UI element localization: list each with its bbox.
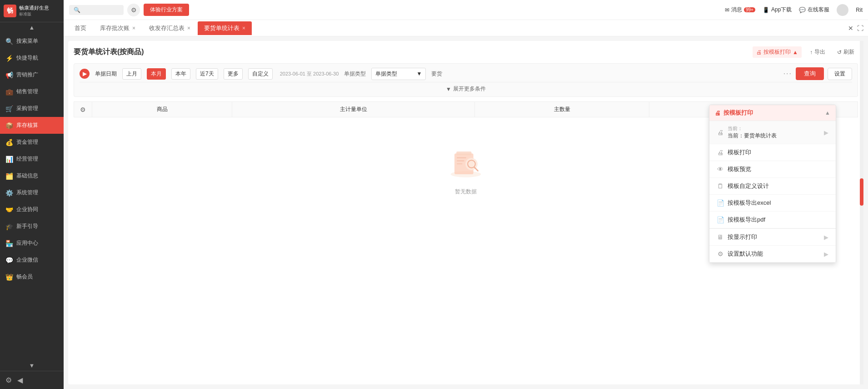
sidebar-item-label: 资金管理 <box>16 138 38 146</box>
dropdown-current-template[interactable]: 🖨 当前： 当前：要货单统计表 ▶ <box>709 121 836 144</box>
display-print-chevron: ▶ <box>824 234 828 241</box>
more-options-button[interactable]: ··· <box>783 70 792 78</box>
sidebar-item-sales[interactable]: 💼 销售管理 <box>0 83 64 100</box>
date-more-button[interactable]: 更多 <box>224 68 243 80</box>
marketing-icon: 📢 <box>5 71 13 79</box>
date-last-month-button[interactable]: 上月 <box>122 68 141 80</box>
tab-batch-account[interactable]: 库存批次账 × <box>94 21 142 35</box>
window-maximize-icon[interactable]: ⛶ <box>857 25 863 32</box>
dropdown-set-default[interactable]: ⚙ 设置默认功能 ▶ <box>709 246 836 263</box>
expand-icon: ▼ <box>446 86 451 92</box>
industry-solution-button[interactable]: 体验行业方案 <box>144 4 189 16</box>
tab-order-stats[interactable]: 要货单统计表 × <box>198 21 252 35</box>
download-icon: 📱 <box>763 7 769 13</box>
main-area: 🔍 ⚙ 体验行业方案 ✉ 消息 99+ 📱 App下载 💬 在线客服 Rit <box>64 0 868 389</box>
newbie-icon: 🎓 <box>5 223 13 230</box>
dropdown-close-chevron[interactable]: ▲ <box>825 110 830 116</box>
settings-button[interactable]: 设置 <box>828 68 852 80</box>
empty-state-text: 暂无数据 <box>455 188 477 196</box>
dropdown-template-custom[interactable]: 🗒 模板自定义设计 <box>709 178 836 195</box>
tab-window-controls: ✕ ⛶ <box>848 25 863 32</box>
table-header-quantity: 主数量 <box>475 102 649 117</box>
sidebar-footer: ⚙ ◀ <box>0 371 64 389</box>
service-icon: 💬 <box>799 7 806 13</box>
tab-order-stats-close[interactable]: × <box>242 25 245 31</box>
sidebar-item-purchase[interactable]: 🛒 采购管理 <box>0 100 64 117</box>
tab-receipt-summary-close[interactable]: × <box>187 25 190 31</box>
refresh-button[interactable]: ↺ 刷新 <box>833 46 858 58</box>
sidebar-item-basics[interactable]: 🗂️ 基础信息 <box>0 167 64 184</box>
date-this-month-button[interactable]: 本月 <box>147 68 166 80</box>
export-button[interactable]: ↑ 导出 <box>806 46 829 58</box>
display-print-icon: 🖥 <box>717 233 724 241</box>
sidebar-item-search[interactable]: 🔍 搜索菜单 <box>0 33 64 50</box>
user-avatar[interactable] <box>837 4 848 16</box>
sidebar-item-newbie[interactable]: 🎓 新手引导 <box>0 218 64 235</box>
topbar-search[interactable]: 🔍 <box>69 5 124 15</box>
sidebar-item-inventory[interactable]: 📦 库存核算 <box>0 117 64 134</box>
date-label: 单据日期 <box>95 70 117 78</box>
svg-rect-8 <box>457 163 463 165</box>
filter-bar: ▶ 单据日期 上月 本月 本年 近7天 更多 自定义 2023-06-01 至 … <box>74 63 858 97</box>
sidebar-item-member[interactable]: 👑 畅会员 <box>0 268 64 285</box>
dropdown-display-print[interactable]: 🖥 按显示打印 ▶ <box>709 229 836 246</box>
print-template-button[interactable]: 🖨 按模板打印 ▲ <box>753 46 802 58</box>
sidebar-scroll-up[interactable]: ▲ <box>0 22 64 33</box>
tab-home[interactable]: 首页 <box>68 21 93 35</box>
refresh-label: 刷新 <box>843 48 854 56</box>
sidebar-item-marketing[interactable]: 📢 营销推广 <box>0 66 64 83</box>
set-default-left: ⚙ 设置默认功能 <box>717 250 763 258</box>
tab-receipt-summary[interactable]: 收发存汇总表 × <box>143 21 197 35</box>
sidebar-item-collab[interactable]: 🤝 企业协同 <box>0 201 64 218</box>
order-type-select[interactable]: 单据类型 ▼ <box>371 68 426 80</box>
app-download-button[interactable]: 📱 App下载 <box>763 6 792 14</box>
sidebar-scroll-down[interactable]: ▼ <box>0 360 64 371</box>
sidebar-item-wechat[interactable]: 💬 企业微信 <box>0 252 64 268</box>
export-excel-icon: 📄 <box>717 199 724 207</box>
display-print-left: 🖥 按显示打印 <box>717 233 757 241</box>
goods-label: 要货 <box>431 70 442 78</box>
sidebar-item-finance[interactable]: 💰 资金管理 <box>0 134 64 151</box>
sidebar-item-quick-nav[interactable]: ⚡ 快捷导航 <box>0 50 64 66</box>
topbar-settings-button[interactable]: ⚙ <box>127 4 140 16</box>
expand-filter-button[interactable]: ▼ 展开更多条件 <box>80 82 852 93</box>
table-settings-icon[interactable]: ⚙ <box>80 106 86 113</box>
right-scrollbar[interactable] <box>860 41 863 384</box>
sidebar-item-label: 销售管理 <box>16 88 38 96</box>
date-this-year-button[interactable]: 本年 <box>171 68 190 80</box>
dropdown-export-pdf[interactable]: 📄 按模板导出pdf <box>709 212 836 228</box>
sidebar-collapse-icon[interactable]: ◀ <box>17 376 23 384</box>
export-pdf-icon: 📄 <box>717 216 724 223</box>
dropdown-export-excel[interactable]: 📄 按模板导出excel <box>709 195 836 212</box>
scrollbar-thumb[interactable] <box>860 178 863 206</box>
sidebar-item-appstore[interactable]: 🏪 应用中心 <box>0 235 64 252</box>
flash-icon: ⚡ <box>5 55 13 62</box>
print-template-label: 按模板打印 <box>763 48 791 56</box>
window-close-icon[interactable]: ✕ <box>848 25 853 32</box>
tab-batch-account-close[interactable]: × <box>132 25 135 31</box>
date-last-7days-button[interactable]: 近7天 <box>196 68 218 80</box>
page-container: 要货单统计表(按商品) 🖨 按模板打印 ▲ ↑ 导出 ↺ 刷新 <box>68 41 863 384</box>
page-actions: 🖨 按模板打印 ▲ ↑ 导出 ↺ 刷新 <box>753 46 858 58</box>
messages-button[interactable]: ✉ 消息 99+ <box>725 6 755 14</box>
current-label: 当前： <box>728 125 777 132</box>
tab-batch-account-label: 库存批次账 <box>100 24 130 32</box>
sidebar-item-label: 企业微信 <box>16 256 38 264</box>
sidebar-settings-icon[interactable]: ⚙ <box>5 376 12 384</box>
online-service-button[interactable]: 💬 在线客服 <box>799 6 829 14</box>
sidebar-item-system[interactable]: ⚙️ 系统管理 <box>0 184 64 201</box>
dropdown-template-preview[interactable]: 👁 模板预览 <box>709 161 836 178</box>
system-icon: ⚙️ <box>5 189 13 197</box>
filter-toggle-button[interactable]: ▶ <box>80 69 90 79</box>
sidebar-item-operations[interactable]: 📊 经营管理 <box>0 151 64 167</box>
query-button[interactable]: 查询 <box>796 67 824 80</box>
filter-row: ▶ 单据日期 上月 本月 本年 近7天 更多 自定义 2023-06-01 至 … <box>80 67 852 80</box>
date-custom-button[interactable]: 自定义 <box>248 68 273 80</box>
dropdown-template-print[interactable]: 🖨 模板打印 <box>709 144 836 161</box>
sidebar-item-label: 搜索菜单 <box>16 37 38 45</box>
current-value: 当前：要货单统计表 <box>728 132 777 140</box>
table-header-settings: ⚙ <box>74 102 92 117</box>
sidebar-item-label: 营销推广 <box>16 71 38 79</box>
search-icon: 🔍 <box>74 7 80 13</box>
sidebar-item-label: 企业协同 <box>16 206 38 213</box>
